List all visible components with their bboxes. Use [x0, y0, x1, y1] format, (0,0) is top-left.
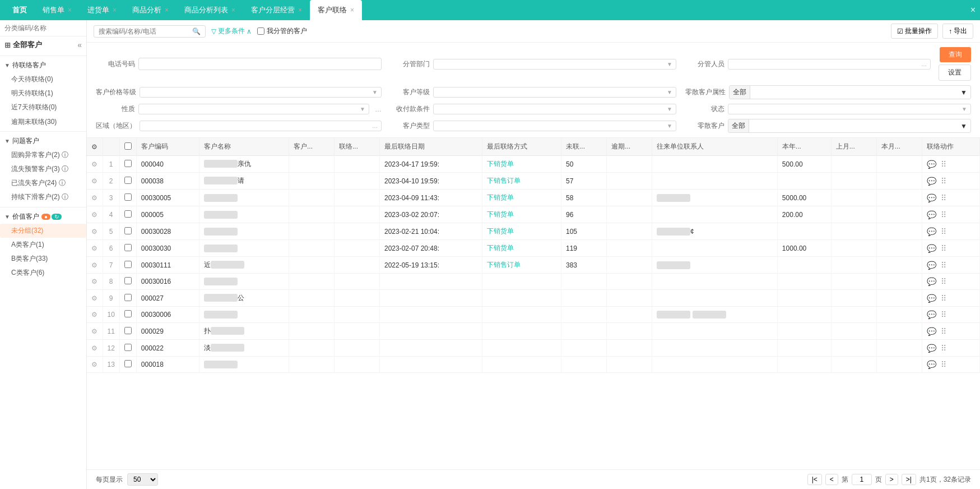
retail-customer-select[interactable]: ▼	[749, 121, 970, 132]
row-checkbox-cell[interactable]	[119, 340, 136, 357]
th-this-month[interactable]: 本月...	[876, 138, 922, 156]
page-size-select[interactable]: 50 20 100	[127, 473, 158, 486]
sidebar-group-problem[interactable]: ▼ 问题客户	[0, 134, 86, 148]
chat-icon[interactable]: 💬	[927, 193, 936, 202]
row-method-link[interactable]: 下销货单	[487, 244, 514, 252]
grid-action-icon[interactable]: ⠿	[941, 177, 946, 186]
row-checkbox-cell[interactable]	[119, 323, 136, 340]
row-checkbox-cell[interactable]	[119, 307, 136, 323]
row-checkbox[interactable]	[124, 277, 132, 284]
chat-icon[interactable]: 💬	[927, 277, 936, 286]
region-select[interactable]: …	[140, 121, 382, 131]
row-checkbox-cell[interactable]	[119, 257, 136, 274]
chat-icon[interactable]: 💬	[927, 294, 936, 303]
row-method-link[interactable]: 下销售订单	[487, 177, 521, 184]
grid-action-icon[interactable]: ⠿	[941, 310, 946, 319]
chat-icon[interactable]: 💬	[927, 344, 936, 353]
grid-action-icon[interactable]: ⠿	[941, 210, 946, 219]
th-contacts[interactable]: 往来单位联系人	[652, 138, 778, 156]
filter-search-icon[interactable]: 🔍	[192, 27, 201, 35]
tab-customer-contact[interactable]: 客户联络 ×	[310, 0, 362, 20]
row-checkbox[interactable]	[124, 344, 132, 351]
first-page-btn[interactable]: |<	[807, 474, 822, 485]
query-btn[interactable]: 查询	[940, 47, 971, 62]
filter-more-btn[interactable]: ▽ 更多条件 ∧	[211, 26, 252, 36]
prev-page-btn[interactable]: <	[825, 474, 838, 485]
sidebar-group-value[interactable]: ▼ 价值客户 ● ↻	[0, 210, 86, 224]
grid-action-icon[interactable]: ⠿	[941, 244, 946, 253]
tab-product-analysis-list[interactable]: 商品分析列表 ×	[177, 0, 243, 20]
row-checkbox-cell[interactable]	[119, 240, 136, 257]
grid-action-icon[interactable]: ⠿	[941, 294, 946, 303]
th-overdue[interactable]: 逾期...	[607, 138, 652, 156]
row-checkbox-cell[interactable]	[119, 173, 136, 190]
th-last-method[interactable]: 最后联络方式	[482, 138, 561, 156]
page-input[interactable]	[852, 474, 872, 485]
th-action[interactable]: 联络动作	[922, 138, 979, 156]
dept-select[interactable]: ▼	[433, 59, 676, 70]
th-this-year[interactable]: 本年...	[777, 138, 831, 156]
tab-customer-segment[interactable]: 客户分层经营 ×	[243, 0, 310, 20]
th-no-contact[interactable]: 未联...	[561, 138, 607, 156]
sidebar-search-input[interactable]	[4, 24, 87, 32]
sidebar-item-lost[interactable]: 已流失客户(24) ⓘ	[0, 176, 86, 190]
row-gear[interactable]: ⚙	[87, 307, 103, 323]
customer-level-select[interactable]: ▼	[433, 87, 676, 98]
row-gear[interactable]: ⚙	[87, 257, 103, 274]
tab-purchase-close[interactable]: ×	[113, 6, 117, 14]
row-checkbox-cell[interactable]	[119, 357, 136, 373]
sidebar-item-b-class[interactable]: B类客户(33)	[0, 252, 86, 266]
sidebar-item-declining[interactable]: 持续下滑客户(2) ⓘ	[0, 190, 86, 204]
window-close-btn[interactable]: ×	[970, 5, 976, 15]
tab-home[interactable]: 首页	[4, 0, 35, 20]
export-btn[interactable]: ↑ 导出	[942, 24, 973, 39]
last-page-btn[interactable]: >|	[902, 474, 916, 485]
chat-icon[interactable]: 💬	[927, 210, 936, 219]
payment-select[interactable]: ▼	[433, 104, 676, 114]
sidebar-item-overdue[interactable]: 逾期未联络(30)	[0, 115, 86, 129]
chat-icon[interactable]: 💬	[927, 261, 936, 270]
grid-action-icon[interactable]: ⠿	[941, 160, 946, 169]
tab-product-analysis[interactable]: 商品分析 ×	[124, 0, 177, 20]
row-method-link[interactable]: 下销货单	[487, 193, 514, 201]
sidebar-item-churn-risk[interactable]: 流失预警客户(3) ⓘ	[0, 162, 86, 176]
row-gear[interactable]: ⚙	[87, 340, 103, 357]
grid-action-icon[interactable]: ⠿	[941, 360, 946, 369]
row-method-link[interactable]: 下销货单	[487, 227, 514, 235]
row-gear[interactable]: ⚙	[87, 223, 103, 240]
sidebar-item-today[interactable]: 今天待联络(0)	[0, 72, 86, 86]
sidebar-item-week[interactable]: 近7天待联络(0)	[0, 100, 86, 114]
phone-input[interactable]	[138, 58, 382, 70]
grid-action-icon[interactable]: ⠿	[941, 344, 946, 353]
customer-type-select[interactable]: ▼	[433, 121, 676, 131]
sidebar-item-unclassified[interactable]: 未分组(32)	[0, 224, 86, 238]
th-last-month[interactable]: 上月...	[831, 138, 876, 156]
tab-sales-close[interactable]: ×	[68, 6, 72, 14]
tab-customer-segment-close[interactable]: ×	[298, 6, 302, 14]
chat-icon[interactable]: 💬	[927, 327, 936, 336]
row-gear[interactable]: ⚙	[87, 173, 103, 190]
filter-search-input[interactable]	[99, 27, 192, 35]
retail-attr-select[interactable]: ▼	[750, 87, 970, 98]
chat-icon[interactable]: 💬	[927, 360, 936, 369]
row-gear[interactable]: ⚙	[87, 206, 103, 223]
tab-product-analysis-close[interactable]: ×	[165, 6, 169, 14]
price-level-select[interactable]: ▼	[140, 87, 382, 98]
sidebar-all-customers[interactable]: ⊞ 全部客户 «	[0, 36, 86, 53]
grid-action-icon[interactable]: ⠿	[941, 327, 946, 336]
sidebar-item-c-class[interactable]: C类客户(6)	[0, 266, 86, 280]
tab-product-analysis-list-close[interactable]: ×	[231, 6, 235, 14]
row-gear[interactable]: ⚙	[87, 290, 103, 307]
grid-action-icon[interactable]: ⠿	[941, 277, 946, 286]
chat-icon[interactable]: 💬	[927, 227, 936, 236]
th-last-date[interactable]: 最后联络日期	[379, 138, 482, 156]
nature-select[interactable]: ▼	[138, 104, 369, 114]
row-gear[interactable]: ⚙	[87, 274, 103, 290]
row-checkbox[interactable]	[124, 177, 132, 184]
row-checkbox-cell[interactable]	[119, 206, 136, 223]
row-checkbox[interactable]	[124, 294, 132, 301]
th-name[interactable]: 客户名称	[199, 138, 289, 156]
th-type[interactable]: 客户...	[289, 138, 334, 156]
grid-action-icon[interactable]: ⠿	[941, 193, 946, 202]
tab-purchase[interactable]: 进货单 ×	[80, 0, 124, 20]
